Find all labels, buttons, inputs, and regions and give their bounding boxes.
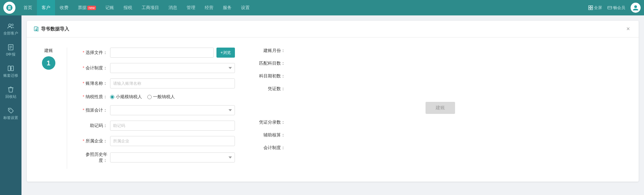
svg-rect-4 bbox=[591, 8, 593, 10]
vip-icon bbox=[607, 5, 612, 10]
history-year-select[interactable] bbox=[110, 152, 235, 162]
file-input[interactable] bbox=[110, 48, 214, 58]
nav-item-fee[interactable]: 收费 bbox=[55, 0, 73, 15]
panel-close-btn[interactable]: × bbox=[624, 25, 632, 33]
company-label: 所属企业： bbox=[81, 138, 107, 144]
svg-point-7 bbox=[634, 5, 637, 8]
info-accounting-system-label: 会计制度： bbox=[255, 145, 285, 151]
user-icon bbox=[632, 4, 639, 11]
memo-label: 助记码： bbox=[81, 123, 107, 129]
accounting-system-row: 会计制度： bbox=[81, 63, 235, 73]
nav-item-service[interactable]: 服务 bbox=[218, 0, 236, 15]
voucher-count-label: 凭证数： bbox=[255, 86, 285, 92]
svg-rect-3 bbox=[589, 8, 590, 10]
tax-general-radio[interactable]: 一般纳税人 bbox=[147, 94, 175, 100]
month-row: 建账月份： bbox=[255, 48, 625, 54]
nav-item-settings[interactable]: 设置 bbox=[236, 0, 254, 15]
panel-title: 导爷数据导入 bbox=[34, 26, 69, 32]
nav-items: 首页 客户 收费 票据 new 记账 报税 工商项目 消息 管理 经营 服务 设… bbox=[19, 0, 588, 15]
step-section: 建账 1 bbox=[40, 48, 67, 169]
main-layout: 全部客户 0申报 账套迁移 回收站 bbox=[0, 15, 644, 195]
tax-type-group: 小规模纳税人 一般纳税人 bbox=[110, 94, 175, 100]
svg-point-17 bbox=[9, 109, 10, 110]
file-label: 选择文件： bbox=[81, 50, 107, 56]
vip-btn[interactable]: 畅会员 bbox=[607, 5, 625, 11]
accountant-label: 指派会计： bbox=[81, 107, 107, 113]
sidebar: 全部客户 0申报 账套迁移 回收站 bbox=[0, 15, 21, 195]
fullscreen-icon bbox=[588, 5, 593, 10]
ledger-name-input[interactable] bbox=[110, 78, 235, 88]
trash-icon bbox=[7, 86, 14, 93]
ledger-name-label: 账簿名称： bbox=[81, 80, 107, 86]
nav-item-ticket[interactable]: 票据 new bbox=[73, 0, 101, 15]
panel-header: 导爷数据导入 × bbox=[27, 21, 639, 38]
sidebar-item-zero-report[interactable]: 0申报 bbox=[0, 40, 21, 61]
svg-point-9 bbox=[12, 24, 13, 26]
build-btn-container: 建账 bbox=[255, 99, 625, 114]
svg-rect-5 bbox=[608, 6, 612, 9]
nav-item-home[interactable]: 首页 bbox=[19, 0, 37, 15]
report-icon bbox=[7, 44, 14, 51]
browse-button[interactable]: +浏览 bbox=[216, 48, 235, 58]
form-section: 选择文件： +浏览 会计制度： 账簿名称： bbox=[81, 48, 235, 169]
nav-item-message[interactable]: 消息 bbox=[164, 0, 182, 15]
history-year-label: 参照历史年度： bbox=[81, 151, 107, 164]
step-label: 建账 bbox=[44, 48, 53, 54]
nav-item-business[interactable]: 工商项目 bbox=[137, 0, 164, 15]
step-circle: 1 bbox=[42, 56, 55, 70]
history-year-row: 参照历史年度： bbox=[81, 151, 235, 164]
nav-right: 全屏 畅会员 bbox=[588, 3, 641, 13]
info-accounting-system-row: 会计制度： bbox=[255, 145, 625, 151]
voucher-entry-row: 凭证分录数： bbox=[255, 119, 625, 125]
svg-rect-2 bbox=[591, 6, 593, 7]
accountant-row: 指派会计： bbox=[81, 105, 235, 115]
period-initial-label: 科目期初数： bbox=[255, 73, 285, 79]
sidebar-item-trash[interactable]: 回收站 bbox=[0, 82, 21, 103]
users-icon bbox=[7, 23, 14, 29]
tax-small-input[interactable] bbox=[110, 95, 114, 99]
accountant-select[interactable] bbox=[110, 105, 235, 115]
voucher-entry-label: 凭证分录数： bbox=[255, 119, 285, 125]
company-row: 所属企业： bbox=[81, 136, 235, 146]
app-logo[interactable] bbox=[3, 2, 15, 14]
transfer-icon bbox=[7, 65, 14, 72]
tax-type-row: 纳税性质： 小规模纳税人 一般纳税人 bbox=[81, 94, 235, 100]
nav-item-tax[interactable]: 报税 bbox=[119, 0, 137, 15]
accounting-system-label: 会计制度： bbox=[81, 65, 107, 71]
company-input[interactable] bbox=[110, 136, 235, 146]
period-initial-row: 科目期初数： bbox=[255, 73, 625, 79]
match-subject-row: 匹配科目数： bbox=[255, 60, 625, 66]
top-nav: 首页 客户 收费 票据 new 记账 报税 工商项目 消息 管理 经营 服务 设… bbox=[0, 0, 644, 15]
main-panel: 导爷数据导入 × 建账 1 选择文件： +浏览 bbox=[27, 21, 639, 182]
nav-item-ledger[interactable]: 记账 bbox=[101, 0, 119, 15]
user-avatar[interactable] bbox=[631, 3, 641, 13]
panel-body: 建账 1 选择文件： +浏览 会计制度： bbox=[27, 38, 639, 179]
nav-item-customer[interactable]: 客户 bbox=[37, 0, 55, 15]
accounting-system-select[interactable] bbox=[110, 63, 235, 73]
build-account-btn[interactable]: 建账 bbox=[426, 102, 455, 114]
match-subject-label: 匹配科目数： bbox=[255, 60, 285, 66]
content-area: 导爷数据导入 × 建账 1 选择文件： +浏览 bbox=[21, 15, 644, 195]
ledger-name-row: 账簿名称： bbox=[81, 78, 235, 88]
voucher-count-row: 凭证数： bbox=[255, 86, 625, 92]
tag-icon bbox=[7, 107, 14, 114]
sidebar-item-all-customers[interactable]: 全部客户 bbox=[0, 19, 21, 40]
file-row: 选择文件： +浏览 bbox=[81, 48, 235, 58]
month-label: 建账月份： bbox=[255, 48, 285, 54]
sidebar-item-migrate[interactable]: 账套迁移 bbox=[0, 61, 21, 82]
nav-item-manage[interactable]: 管理 bbox=[182, 0, 200, 15]
info-section: 建账月份： 匹配科目数： 科目期初数： 凭证数： bbox=[248, 48, 625, 169]
tax-general-input[interactable] bbox=[147, 95, 152, 99]
nav-item-operation[interactable]: 经营 bbox=[200, 0, 218, 15]
fullscreen-btn[interactable]: 全屏 bbox=[588, 5, 602, 11]
svg-point-8 bbox=[9, 24, 11, 26]
svg-rect-14 bbox=[8, 66, 10, 71]
aux-calc-label: 辅助核算： bbox=[255, 132, 285, 138]
import-icon bbox=[34, 26, 39, 32]
new-badge: new bbox=[87, 6, 96, 10]
tax-small-radio[interactable]: 小规模纳税人 bbox=[110, 94, 142, 100]
sidebar-item-tags[interactable]: 标签设置 bbox=[0, 103, 21, 124]
memo-input[interactable] bbox=[110, 121, 235, 131]
aux-calc-row: 辅助核算： bbox=[255, 132, 625, 138]
svg-rect-1 bbox=[589, 6, 590, 7]
